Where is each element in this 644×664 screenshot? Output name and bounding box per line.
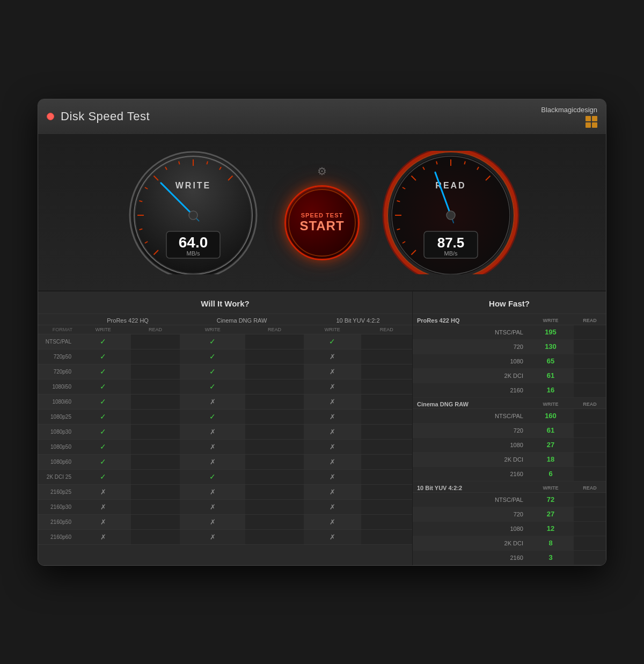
format-label: 720p50 bbox=[38, 349, 76, 364]
hf-read-value bbox=[574, 325, 606, 339]
cell: ✗ bbox=[304, 439, 361, 454]
hf-write-value: 65 bbox=[528, 354, 574, 368]
cell bbox=[245, 334, 304, 349]
hf-read-value bbox=[574, 383, 606, 397]
cell bbox=[245, 484, 304, 499]
svg-point-49 bbox=[447, 211, 455, 220]
cell bbox=[131, 499, 180, 514]
hf-read-value bbox=[574, 354, 606, 368]
hf-read-value bbox=[574, 437, 606, 452]
hf-group-header: Cinema DNG RAW WRITE READ bbox=[413, 397, 606, 408]
brand-name: Blackmagicdesign bbox=[541, 106, 597, 114]
col-prorex-hq: ProRes 422 HQ bbox=[76, 314, 180, 325]
svg-text:MB/s: MB/s bbox=[186, 250, 200, 257]
format-label: 2160p30 bbox=[38, 499, 76, 514]
cell: ✗ bbox=[304, 484, 361, 499]
cell bbox=[131, 439, 180, 454]
table-row: 1080p25✓✓✗ bbox=[38, 409, 412, 424]
cell bbox=[131, 349, 180, 364]
table-row: 720p60✓✓✗ bbox=[38, 364, 412, 379]
settings-icon[interactable]: ⚙ bbox=[317, 165, 327, 178]
sub-header-row: FORMAT WRITE READ WRITE READ WRITE READ bbox=[38, 325, 412, 334]
cell: ✓ bbox=[304, 334, 361, 349]
hf-data-row: 108027 bbox=[413, 437, 606, 452]
cell: ✓ bbox=[76, 409, 131, 424]
hf-data-row: 108065 bbox=[413, 354, 606, 368]
hf-data-row: 2K DCI18 bbox=[413, 452, 606, 466]
hf-group-name: ProRes 422 HQ bbox=[413, 314, 528, 325]
checkmark-icon: ✓ bbox=[329, 337, 335, 346]
brand-squares bbox=[586, 116, 597, 128]
close-button[interactable] bbox=[47, 113, 54, 120]
hf-data-row: 108012 bbox=[413, 521, 606, 536]
cell: ✗ bbox=[304, 529, 361, 544]
hf-write-value: 72 bbox=[528, 492, 574, 507]
cross-icon: ✗ bbox=[330, 413, 335, 421]
app-window: Disk Speed Test Blackmagicdesign bbox=[38, 99, 606, 566]
cell: ✓ bbox=[76, 334, 131, 349]
col-10bit-yuv: 10 Bit YUV 4:2:2 bbox=[304, 314, 412, 325]
cross-icon: ✗ bbox=[330, 488, 335, 496]
hf-row-label: NTSC/PAL bbox=[413, 492, 528, 507]
hf-row-label: 2160 bbox=[413, 550, 528, 565]
cross-icon: ✗ bbox=[210, 398, 216, 406]
hf-data-row: NTSC/PAL195 bbox=[413, 325, 606, 339]
cell bbox=[131, 364, 180, 379]
cell bbox=[245, 424, 304, 439]
hf-data-row: 720130 bbox=[413, 339, 606, 354]
how-fast-title: How Fast? bbox=[413, 291, 606, 314]
cross-icon: ✗ bbox=[330, 503, 335, 511]
hf-write-value: 160 bbox=[528, 408, 574, 423]
checkmark-icon: ✓ bbox=[100, 337, 106, 346]
hf-write-value: 12 bbox=[528, 521, 574, 536]
cell bbox=[361, 349, 412, 364]
hf-group-header: 10 Bit YUV 4:2:2 WRITE READ bbox=[413, 481, 606, 492]
cell bbox=[245, 469, 304, 484]
hf-data-row: 72027 bbox=[413, 507, 606, 521]
cell bbox=[245, 379, 304, 394]
checkmark-icon: ✓ bbox=[209, 367, 216, 376]
cross-icon: ✗ bbox=[330, 353, 335, 361]
hf-write-value: 27 bbox=[528, 507, 574, 521]
hf-row-label: 1080 bbox=[413, 437, 528, 452]
cell bbox=[361, 469, 412, 484]
cross-icon: ✗ bbox=[100, 533, 106, 541]
hf-write-value: 61 bbox=[528, 368, 574, 383]
cell bbox=[131, 469, 180, 484]
cell bbox=[245, 439, 304, 454]
how-fast-table: ProRes 422 HQ WRITE READ NTSC/PAL1957201… bbox=[413, 314, 606, 565]
hf-data-row: 2K DCI61 bbox=[413, 368, 606, 383]
format-label: 2K DCI 25 bbox=[38, 469, 76, 484]
col-cinema-dng: Cinema DNG RAW bbox=[180, 314, 304, 325]
will-it-work-table: ProRes 422 HQ Cinema DNG RAW 10 Bit YUV … bbox=[38, 314, 412, 545]
cell bbox=[245, 394, 304, 409]
hf-read-header: READ bbox=[574, 397, 606, 408]
hf-read-value bbox=[574, 466, 606, 481]
cell: ✓ bbox=[76, 454, 131, 469]
cell: ✓ bbox=[180, 469, 245, 484]
hf-row-label: 2K DCI bbox=[413, 536, 528, 550]
cell: ✗ bbox=[180, 529, 245, 544]
start-button[interactable]: SPEED TEST START bbox=[284, 185, 360, 260]
cell bbox=[131, 454, 180, 469]
cross-icon: ✗ bbox=[330, 473, 335, 481]
cell: ✗ bbox=[304, 454, 361, 469]
cell bbox=[361, 409, 412, 424]
hf-write-value: 3 bbox=[528, 550, 574, 565]
cell: ✗ bbox=[180, 514, 245, 529]
cell: ✗ bbox=[304, 349, 361, 364]
hf-write-header: WRITE bbox=[528, 481, 574, 492]
cross-icon: ✗ bbox=[330, 518, 335, 526]
hf-data-row: 2K DCI8 bbox=[413, 536, 606, 550]
hf-read-value bbox=[574, 536, 606, 550]
cell bbox=[361, 499, 412, 514]
cross-icon: ✗ bbox=[330, 383, 335, 391]
cell: ✓ bbox=[76, 349, 131, 364]
hf-read-header: READ bbox=[574, 481, 606, 492]
cell bbox=[131, 529, 180, 544]
checkmark-icon: ✓ bbox=[100, 397, 106, 406]
cell bbox=[361, 364, 412, 379]
brand-sq4 bbox=[592, 122, 597, 128]
cell: ✗ bbox=[76, 514, 131, 529]
sub-read-3: READ bbox=[361, 325, 412, 334]
